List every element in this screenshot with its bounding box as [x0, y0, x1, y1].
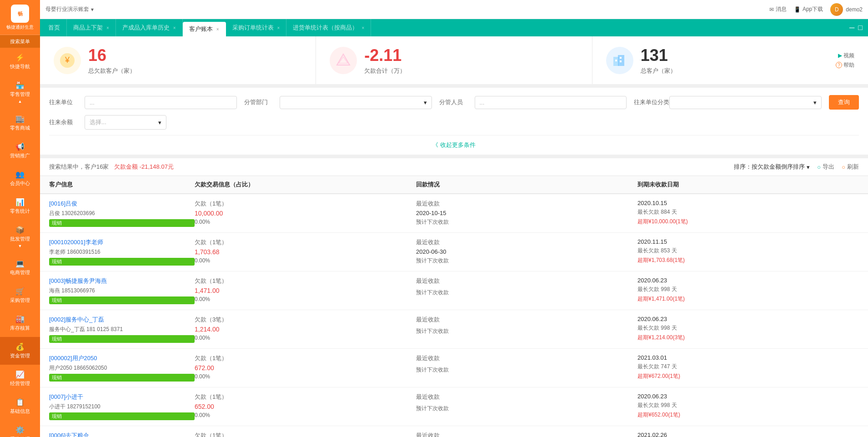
- unit-category-select[interactable]: ▾: [669, 96, 822, 109]
- customer-name-link-3[interactable]: [0003]畅捷服务尹海燕: [49, 277, 195, 285]
- help-icon: ?: [836, 62, 842, 68]
- tab-product-history[interactable]: 产成品入库单历史 ×: [116, 19, 183, 36]
- company-selector[interactable]: 母婴行业演示账套 ▾: [45, 5, 94, 13]
- collapse-btn[interactable]: 《 收起更多条件: [49, 141, 859, 149]
- overdue-link-6[interactable]: 超期¥652.00(1笔): [637, 411, 859, 419]
- sidebar-item-retail-shop[interactable]: 🏬 零售商城: [0, 109, 40, 137]
- total-customers-label: 总客户（家）: [641, 67, 676, 75]
- sidebar-item-basic-info[interactable]: 📋 基础信息: [0, 392, 40, 420]
- sidebar-item-system[interactable]: ⚙️ 系统管理: [0, 420, 40, 437]
- due-date-2: 2020.11.15: [637, 238, 859, 245]
- avatar: D: [830, 3, 843, 16]
- arrow-icon: ▲: [18, 99, 22, 104]
- user-menu[interactable]: D demo2: [830, 3, 863, 16]
- customer-name-link-4[interactable]: [0002]服务中心_丁磊: [49, 316, 195, 324]
- customer-info-5: [000002]用户2050 用户2050 18665062050 现销: [49, 354, 195, 382]
- repay-info-3: 最近收款 预计下次收款: [416, 277, 637, 296]
- customer-name-link-6[interactable]: [0007]小进干: [49, 393, 195, 401]
- minimize-btn[interactable]: ─: [849, 24, 854, 32]
- tab-goods-listing-close[interactable]: ×: [106, 25, 109, 30]
- customer-name-link-2[interactable]: [0001020001]李老师: [49, 238, 195, 246]
- tab-product-history-close[interactable]: ×: [173, 25, 176, 30]
- refresh-btn[interactable]: ○ 刷新: [842, 163, 859, 171]
- search-menu-label: 搜索菜单: [10, 39, 30, 44]
- debt-info-3: 欠款（1笔） 1,471.00 0.00%: [195, 277, 416, 302]
- source-unit-input[interactable]: ...: [85, 96, 237, 109]
- help-btn[interactable]: ? 帮助: [836, 61, 854, 69]
- due-info-2: 2020.11.15 最长欠款 853 天 超期¥1,703.68(1笔): [637, 238, 859, 264]
- total-customers-icon: [606, 47, 633, 74]
- sidebar-item-operations[interactable]: 📈 经营管理: [0, 365, 40, 392]
- export-btn[interactable]: ○ 导出: [817, 163, 834, 171]
- sidebar-search[interactable]: 搜索菜单: [0, 35, 40, 48]
- tab-customer-account-close[interactable]: ×: [216, 27, 219, 32]
- debt-amount-label: 欠款合计（万）: [364, 67, 406, 75]
- due-info-6: 2020.06.23 最长欠款 998 天 超期¥652.00(1笔): [637, 393, 859, 419]
- app-download-btn[interactable]: 📱 App下载: [794, 5, 823, 13]
- overdue-link-4[interactable]: 超期¥1,214.00(3笔): [637, 334, 859, 342]
- avatar-initials: D: [835, 6, 839, 13]
- balance-select[interactable]: 选择... ▾: [85, 115, 166, 130]
- manager-input[interactable]: ...: [475, 96, 627, 109]
- table-row: [000002]用户2050 用户2050 18665062050 现销 欠款（…: [40, 349, 868, 387]
- sidebar-item-purchase[interactable]: 🛒 采购管理: [0, 281, 40, 309]
- col-repay-info: 回款情况: [416, 181, 637, 189]
- filter-source-unit: 往来单位 ...: [49, 96, 237, 109]
- debt-percent-5: 0.00%: [195, 373, 416, 380]
- sidebar-item-marketing[interactable]: 📢 营销推广: [0, 137, 40, 165]
- col-due-date: 到期未收款日期: [637, 181, 859, 189]
- sidebar-item-retail-stats[interactable]: 📊 零售统计: [0, 192, 40, 220]
- due-info-7: 2021.02.26 最长欠款 750 天 超期¥455.90(1笔): [637, 432, 859, 437]
- tab-purchase-order[interactable]: 采购订单统计表 ×: [226, 19, 287, 36]
- sidebar-item-batch-mgmt[interactable]: 📦 批发管理 ▼: [0, 220, 40, 254]
- due-info-5: 2021.03.01 最长欠款 747 天 超期¥672.00(1笔): [637, 354, 859, 380]
- repay-next-2: 预计下次收款: [416, 257, 637, 265]
- customer-name-link-7[interactable]: [0006]去下粮仓: [49, 432, 195, 437]
- due-info-1: 2020.10.15 最长欠款 884 天 超期¥10,000.00(1笔): [637, 200, 859, 226]
- stat-debt-customers: ¥ 16 总欠款客户（家）: [40, 36, 316, 84]
- tab-goods-listing-label: 商品上下架: [73, 24, 103, 32]
- customer-info-2: [0001020001]李老师 李老师 18600391516 现销: [49, 238, 195, 266]
- customer-name-link-1[interactable]: [0016]吕俊: [49, 200, 195, 208]
- video-btn[interactable]: ▶ 视频: [838, 52, 854, 60]
- tab-goods-listing[interactable]: 商品上下架 ×: [67, 19, 116, 36]
- sidebar-item-retail-mgmt[interactable]: 🏪 零售管理 ▲: [0, 75, 40, 109]
- overdue-link-3[interactable]: 超期¥1,471.00(1笔): [637, 295, 859, 303]
- svg-rect-6: [615, 60, 617, 61]
- balance-label: 往来余额: [49, 118, 81, 126]
- customer-contact-3: 海燕 18513066976: [49, 287, 195, 295]
- debt-amount-icon: [330, 47, 357, 74]
- tab-purchase-order-close[interactable]: ×: [277, 25, 280, 30]
- tab-purchase-stats-close[interactable]: ×: [361, 25, 364, 30]
- sidebar-item-quick-nav[interactable]: ⚡ 快捷导航: [0, 48, 40, 75]
- search-button[interactable]: 查询: [829, 95, 859, 110]
- debt-customers-number: 16: [88, 45, 135, 65]
- topbar-left: 母婴行业演示账套 ▾: [45, 5, 94, 13]
- overdue-link-5[interactable]: 超期¥672.00(1笔): [637, 372, 859, 380]
- customer-info-3: [0003]畅捷服务尹海燕 海燕 18513066976 现销: [49, 277, 195, 304]
- overdue-link-1[interactable]: 超期¥10,000.00(1笔): [637, 218, 859, 226]
- tab-home[interactable]: 首页: [42, 19, 67, 36]
- tab-purchase-stats-label: 进货单统计表（按商品）: [293, 24, 358, 32]
- content-area: ¥ 16 总欠款客户（家） -2.11 欠款合计（万）: [40, 36, 868, 437]
- sidebar-item-ecommerce[interactable]: 💻 电商管理: [0, 254, 40, 281]
- sidebar-item-member-center[interactable]: 👥 会员中心: [0, 165, 40, 192]
- tab-customer-account[interactable]: 客户账本 ×: [183, 22, 226, 36]
- message-btn[interactable]: ✉ 消息: [769, 5, 787, 13]
- sidebar-item-finance[interactable]: 💰 资金管理: [0, 337, 40, 365]
- overdue-link-2[interactable]: 超期¥1,703.68(1笔): [637, 256, 859, 264]
- sidebar-item-inventory[interactable]: 🏭 库存核算: [0, 309, 40, 337]
- stat-debt-amount-info: -2.11 欠款合计（万）: [364, 45, 406, 75]
- customer-info-4: [0002]服务中心_丁磊 服务中心_丁磊 181 0125 8371 现销: [49, 316, 195, 343]
- customer-contact-4: 服务中心_丁磊 181 0125 8371: [49, 326, 195, 333]
- customer-tag-1: 现销: [49, 219, 195, 227]
- table-header: 客户信息 欠款交易信息（占比） 回款情况 到期未收款日期: [40, 176, 868, 194]
- dept-select[interactable]: ▾: [280, 96, 432, 109]
- tab-purchase-stats[interactable]: 进货单统计表（按商品） ×: [286, 19, 371, 36]
- sort-select[interactable]: 排序：按欠款金额倒序排序 ▾: [734, 163, 810, 171]
- customer-name-link-5[interactable]: [000002]用户2050: [49, 354, 195, 362]
- repay-info-5: 最近收款 预计下次收款: [416, 354, 637, 374]
- maximize-btn[interactable]: □: [858, 24, 863, 32]
- debt-amount-5: 672.00: [195, 364, 416, 372]
- stat-helpers: ▶ 视频 ? 帮助: [836, 52, 854, 69]
